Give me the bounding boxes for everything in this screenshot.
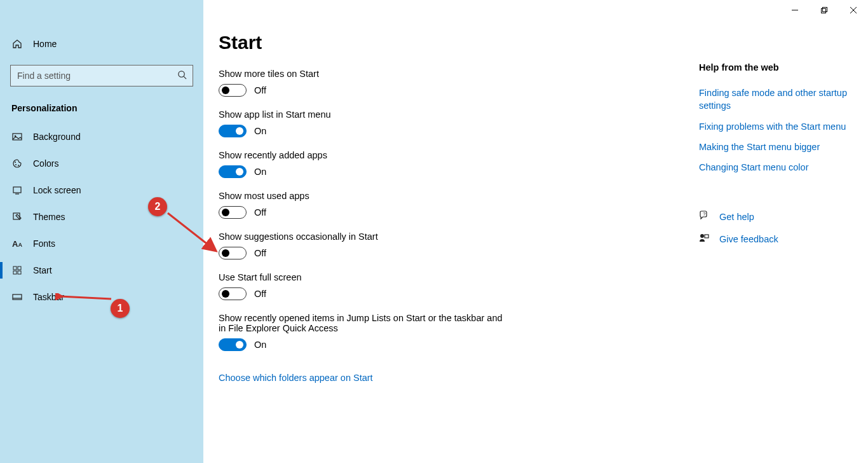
window-controls	[780, 0, 868, 20]
close-button[interactable]	[839, 0, 868, 20]
toggle-state: On	[254, 340, 266, 350]
background-icon	[11, 131, 23, 142]
setting-5: Use Start full screenOff	[219, 272, 676, 300]
sidebar-item-themes[interactable]: Themes	[0, 204, 203, 230]
aside-action-label: Give feedback	[719, 234, 778, 244]
toggle-label: Use Start full screen	[219, 272, 511, 282]
svg-rect-12	[13, 187, 21, 193]
sidebar-item-taskbar[interactable]: Taskbar	[0, 284, 203, 310]
setting-4: Show suggestions occasionally in StartOf…	[219, 232, 676, 259]
help-link-2[interactable]: Making the Start menu bigger	[699, 141, 851, 153]
home-icon	[11, 38, 23, 50]
maximize-button[interactable]	[810, 0, 839, 20]
toggle-switch[interactable]	[219, 287, 247, 300]
sidebar-item-start[interactable]: Start	[0, 257, 203, 284]
toggle-label: Show most used apps	[219, 191, 511, 201]
main-content: Start Show more tiles on StartOffShow ap…	[219, 32, 676, 384]
toggle-state: Off	[254, 207, 266, 218]
close-icon	[850, 7, 857, 13]
toggle-label: Show suggestions occasionally in Start	[219, 232, 511, 242]
sidebar-item-label: Themes	[33, 212, 65, 222]
sidebar-item-label: Background	[33, 132, 81, 142]
sidebar-home[interactable]: Home	[0, 32, 203, 56]
svg-point-9	[15, 162, 16, 163]
aside-action-get-help[interactable]: ?Get help	[699, 211, 851, 223]
svg-point-22	[700, 234, 704, 238]
svg-point-10	[15, 164, 17, 165]
toggle-label: Show more tiles on Start	[219, 69, 511, 79]
svg-text:?: ?	[703, 211, 706, 217]
svg-rect-1	[822, 9, 826, 13]
aside-action-give-feedback[interactable]: Give feedback	[699, 233, 851, 245]
toggle-switch[interactable]	[219, 247, 247, 259]
toggle-state: Off	[254, 248, 266, 258]
sidebar-item-colors[interactable]: Colors	[0, 150, 203, 177]
toggle-label: Show recently added apps	[219, 150, 511, 160]
sidebar-item-label: Taskbar	[33, 292, 64, 302]
toggle-switch[interactable]	[219, 338, 247, 351]
toggle-label: Show recently opened items in Jump Lists…	[219, 313, 511, 333]
svg-rect-23	[705, 235, 709, 238]
sidebar-item-fonts[interactable]: AAFonts	[0, 230, 203, 257]
sidebar-item-label: Fonts	[33, 238, 55, 249]
help-link-3[interactable]: Changing Start menu color	[699, 161, 851, 174]
setting-2: Show recently added appsOn	[219, 150, 676, 178]
setting-3: Show most used appsOff	[219, 191, 676, 219]
sidebar: Home Personalization BackgroundColorsLoc…	[0, 0, 203, 463]
svg-rect-18	[18, 271, 21, 274]
colors-icon	[11, 158, 23, 169]
svg-rect-17	[13, 271, 17, 274]
sidebar-item-label: Colors	[33, 158, 58, 169]
toggle-switch[interactable]	[219, 125, 247, 137]
svg-rect-7	[13, 134, 22, 140]
toggle-switch[interactable]	[219, 165, 247, 178]
svg-rect-15	[13, 266, 17, 270]
help-panel: Help from the web Finding safe mode and …	[699, 62, 851, 245]
annotation-badge-2: 2	[148, 197, 167, 216]
fonts-icon: AA	[11, 238, 23, 249]
help-heading: Help from the web	[699, 62, 851, 73]
lockscreen-icon	[11, 184, 23, 196]
sidebar-item-label: Lock screen	[33, 185, 81, 195]
help-icon: ?	[699, 211, 710, 223]
taskbar-icon	[11, 291, 23, 303]
toggle-switch[interactable]	[219, 206, 247, 219]
help-link-0[interactable]: Finding safe mode and other startup sett…	[699, 86, 851, 113]
toggle-state: Off	[254, 85, 266, 95]
search-input[interactable]	[10, 65, 193, 86]
page-title: Start	[219, 32, 676, 53]
minimize-button[interactable]	[780, 0, 810, 20]
themes-icon	[11, 211, 23, 223]
aside-action-label: Get help	[719, 212, 754, 222]
choose-folders-link[interactable]: Choose which folders appear on Start	[219, 373, 373, 383]
svg-rect-16	[18, 266, 21, 270]
sidebar-home-label: Home	[33, 39, 57, 49]
setting-6: Show recently opened items in Jump Lists…	[219, 313, 676, 351]
minimize-icon	[792, 7, 798, 13]
feedback-icon	[699, 233, 710, 245]
toggle-state: Off	[254, 289, 266, 299]
svg-rect-19	[13, 294, 22, 300]
toggle-state: On	[254, 126, 266, 136]
setting-0: Show more tiles on StartOff	[219, 69, 676, 97]
start-icon	[11, 265, 23, 276]
toggle-switch[interactable]	[219, 84, 247, 97]
svg-rect-2	[823, 8, 827, 12]
svg-point-11	[18, 165, 19, 166]
help-link-1[interactable]: Fixing problems with the Start menu	[699, 120, 851, 133]
setting-1: Show app list in Start menuOn	[219, 109, 676, 137]
sidebar-item-lock-screen[interactable]: Lock screen	[0, 177, 203, 204]
sidebar-item-background[interactable]: Background	[0, 123, 203, 150]
toggle-state: On	[254, 167, 266, 177]
search-wrap	[10, 65, 193, 86]
annotation-badge-1: 1	[111, 299, 130, 318]
sidebar-item-label: Start	[33, 265, 52, 275]
toggle-label: Show app list in Start menu	[219, 109, 511, 120]
sidebar-category: Personalization	[0, 99, 203, 123]
maximize-icon	[821, 7, 827, 13]
